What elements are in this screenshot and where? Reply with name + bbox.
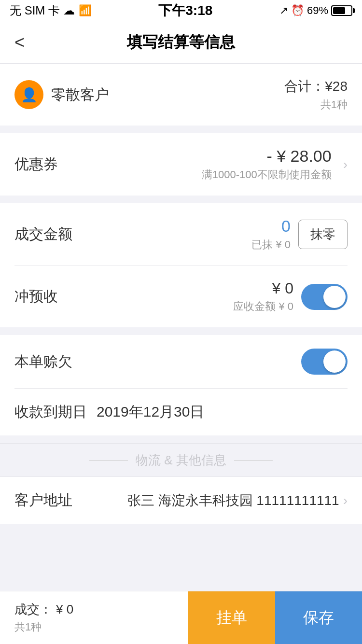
amount-values: 0 已抹 ¥ 0 (251, 217, 291, 252)
prepay-right: ¥ 0 应收金额 ¥ 0 (233, 280, 348, 314)
wifi-icon: 📶 (79, 4, 92, 17)
debt-row: 本单赊欠 (0, 335, 362, 388)
divider-line-right (234, 460, 273, 461)
location-icon: ↗ (279, 4, 288, 17)
toggle-knob (323, 286, 346, 308)
coupon-label: 优惠券 (14, 154, 58, 174)
amount-label: 成交金额 (14, 224, 72, 244)
deal-count: 共1种 (14, 620, 174, 634)
amount-right: 0 已抹 ¥ 0 抹零 (251, 217, 348, 252)
status-left: 无 SIM 卡 ☁ 📶 (10, 3, 92, 18)
amount-row: 成交金额 0 已抹 ¥ 0 抹零 (0, 203, 362, 266)
battery-icon (331, 5, 352, 16)
address-label: 客户地址 (14, 490, 72, 510)
chevron-right-icon: › (343, 157, 348, 172)
prepay-toggle[interactable] (301, 284, 348, 310)
logistics-label: 物流 & 其他信息 (136, 452, 226, 469)
address-row[interactable]: 客户地址 张三 海淀永丰科技园 11111111111 › (0, 477, 362, 524)
chevron-right-icon: › (343, 493, 348, 508)
page-title: 填写结算等信息 (127, 32, 235, 53)
deal-label: 成交： (14, 601, 52, 618)
hold-button[interactable]: 挂单 (188, 591, 275, 644)
customer-name: 零散客户 (51, 85, 109, 105)
amount-section: 成交金额 0 已抹 ¥ 0 抹零 冲预收 ¥ 0 应收金额 ¥ 0 (0, 203, 362, 327)
prepay-values: ¥ 0 应收金额 ¥ 0 (233, 280, 293, 314)
divider (0, 126, 362, 133)
prepay-label: 冲预收 (14, 287, 58, 307)
battery-percent: 69% (307, 4, 328, 17)
status-right: ↗ ⏰ 69% (279, 4, 352, 17)
avatar-icon: 👤 (21, 87, 38, 103)
debt-section: 本单赊欠 收款到期日 2019年12月30日 (0, 335, 362, 435)
alarm-icon: ⏰ (291, 4, 304, 17)
divider (0, 196, 362, 203)
customer-total: 合计：¥28 (284, 77, 348, 96)
debt-toggle-knob (323, 350, 346, 373)
coupon-section: 优惠券 - ¥ 28.00 满1000-100不限制使用金额 › (0, 133, 362, 196)
divider-line-left (89, 460, 128, 461)
sim-label: 无 SIM 卡 ☁ (10, 3, 75, 18)
due-date-row: 收款到期日 2019年12月30日 (0, 389, 362, 435)
divider (0, 435, 362, 443)
coupon-row[interactable]: 优惠券 - ¥ 28.00 满1000-100不限制使用金额 › (0, 133, 362, 196)
status-time: 下午3:18 (158, 1, 212, 20)
save-button[interactable]: 保存 (275, 591, 362, 644)
debt-toggle[interactable] (301, 349, 348, 375)
bottom-bar: 成交： ¥ 0 共1种 挂单 保存 (0, 591, 362, 644)
coupon-desc: 满1000-100不限制使用金额 (202, 168, 332, 182)
customer-count: 共1种 (284, 98, 348, 112)
prepay-amount: ¥ 0 (272, 280, 293, 297)
deal-amount: ¥ 0 (56, 602, 73, 617)
coupon-values: - ¥ 28.00 满1000-100不限制使用金额 (202, 147, 332, 182)
back-button[interactable]: < (10, 28, 29, 57)
customer-info: 👤 零散客户 (14, 80, 109, 109)
prepay-sub: 应收金额 ¥ 0 (233, 299, 293, 314)
round-button[interactable]: 抹零 (298, 220, 348, 249)
logistics-divider: 物流 & 其他信息 (89, 452, 273, 469)
address-value: 张三 海淀永丰科技园 11111111111 (82, 491, 339, 510)
amount-sub: 已抹 ¥ 0 (251, 238, 291, 252)
divider (0, 327, 362, 335)
debt-label: 本单赊欠 (14, 352, 72, 372)
prepay-row: 冲预收 ¥ 0 应收金额 ¥ 0 (0, 266, 362, 327)
logistics-header: 物流 & 其他信息 (0, 443, 362, 477)
avatar: 👤 (14, 80, 43, 109)
coupon-discount: - ¥ 28.00 (266, 147, 331, 166)
bottom-info: 成交： ¥ 0 共1种 (0, 591, 188, 644)
coupon-right: - ¥ 28.00 满1000-100不限制使用金额 › (202, 147, 348, 182)
due-date-value: 2019年12月30日 (97, 402, 204, 422)
amount-value: 0 (281, 217, 291, 236)
customer-summary: 合计：¥28 共1种 (284, 77, 348, 112)
customer-row: 👤 零散客户 合计：¥28 共1种 (0, 64, 362, 126)
content: 👤 零散客户 合计：¥28 共1种 优惠券 - ¥ 28.00 满1000-10… (0, 64, 362, 620)
due-date-label: 收款到期日 (14, 402, 87, 422)
nav-bar: < 填写结算等信息 (0, 21, 362, 64)
status-bar: 无 SIM 卡 ☁ 📶 下午3:18 ↗ ⏰ 69% (0, 0, 362, 21)
